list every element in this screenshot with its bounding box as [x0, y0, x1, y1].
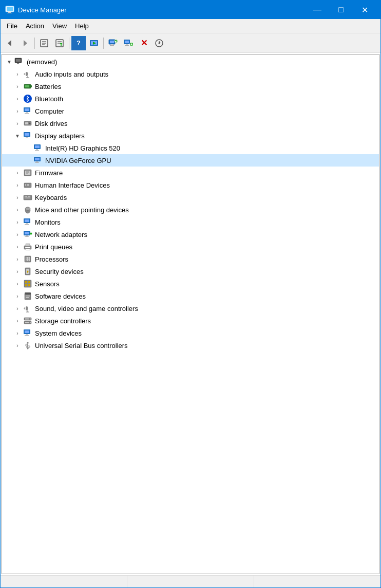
tree-processors[interactable]: › Processors [2, 253, 379, 265]
tree-firmware[interactable]: › Firmware [2, 167, 379, 179]
print-arrow[interactable]: › [12, 242, 23, 252]
network-arrow[interactable]: › [12, 229, 23, 240]
batteries-arrow[interactable]: › [12, 81, 23, 91]
audio-arrow[interactable]: › [12, 69, 23, 79]
menu-view[interactable]: View [48, 21, 71, 31]
svg-rect-114 [28, 281, 30, 283]
tree-print[interactable]: › Print queues [2, 241, 379, 253]
svg-rect-118 [25, 292, 31, 295]
svg-rect-85 [29, 198, 30, 198]
bluetooth-arrow[interactable]: › [12, 94, 23, 104]
sound-label: Sound, video and game controllers [35, 305, 138, 313]
tree-audio[interactable]: › Audio inputs and outputs [2, 68, 379, 80]
svg-rect-57 [25, 138, 29, 138]
security-icon [23, 266, 33, 277]
svg-rect-106 [26, 260, 27, 261]
processors-arrow[interactable]: › [12, 254, 23, 264]
tree-computer[interactable]: › Computer [2, 105, 379, 117]
tree-batteries[interactable]: › Batteries [2, 80, 379, 93]
svg-rect-36 [16, 59, 21, 62]
svg-rect-2 [8, 12, 11, 13]
tree-monitors[interactable]: › Monitors [2, 216, 379, 228]
remove-device-button[interactable]: ✕ [137, 36, 151, 50]
scan-changes-button[interactable] [152, 36, 166, 50]
tree-mice[interactable]: › Mice and other pointing devices [2, 204, 379, 216]
tree-nvidia[interactable]: › NVIDIA GeForce GPU [2, 154, 379, 167]
svg-rect-59 [35, 145, 40, 148]
tree-usb[interactable]: › Universal Serial Bus controllers [2, 339, 379, 352]
run-button[interactable] [87, 36, 101, 50]
help-button[interactable]: ? [71, 36, 86, 50]
tree-hid[interactable]: › Human Interface Devices [2, 179, 379, 191]
tree-sound[interactable]: › Sound, video and game controllers [2, 302, 379, 315]
software-icon [23, 291, 33, 301]
title-bar: Device Manager — □ ✕ [1, 1, 380, 19]
security-arrow[interactable]: › [12, 266, 23, 277]
svg-marker-5 [24, 40, 27, 46]
tree-storage[interactable]: › Storage controllers [2, 315, 379, 327]
menu-help[interactable]: Help [71, 21, 93, 31]
software-arrow[interactable]: › [12, 291, 23, 301]
tree-intel[interactable]: › Intel(R) HD Graphics 520 [2, 142, 379, 154]
maximize-button[interactable]: □ [329, 1, 353, 19]
svg-rect-128 [25, 319, 29, 320]
svg-rect-39 [26, 72, 28, 76]
bluetooth-label: Bluetooth [35, 95, 63, 103]
firmware-arrow[interactable]: › [12, 168, 23, 178]
tree-display[interactable]: ▼ Display adapters [2, 130, 379, 142]
system-arrow[interactable]: › [12, 328, 23, 338]
tree-system[interactable]: › System devices [2, 327, 379, 339]
display-arrow[interactable]: ▼ [12, 131, 23, 141]
scan-button[interactable] [106, 36, 120, 50]
keyboards-arrow[interactable]: › [12, 192, 23, 203]
toolbar: ? [1, 33, 380, 53]
storage-arrow[interactable]: › [12, 316, 23, 326]
monitors-icon [23, 217, 33, 227]
svg-rect-92 [25, 224, 29, 225]
svg-rect-44 [25, 85, 29, 87]
svg-point-34 [159, 42, 160, 44]
print-label: Print queues [35, 243, 72, 251]
svg-rect-84 [26, 198, 29, 198]
tree-keyboards[interactable]: › Keyboards [2, 191, 379, 204]
disk-arrow[interactable]: › [12, 118, 23, 128]
add-device-button[interactable] [121, 36, 136, 50]
forward-button[interactable] [18, 36, 32, 50]
toolbar-separator-1 [34, 38, 35, 49]
mice-arrow[interactable]: › [12, 205, 23, 215]
usb-arrow[interactable]: › [12, 340, 23, 351]
update-driver-button[interactable] [52, 36, 67, 50]
hid-arrow[interactable]: › [12, 180, 23, 190]
disk-label: Disk drives [35, 120, 68, 127]
computer-arrow[interactable]: › [12, 106, 23, 116]
menu-file[interactable]: File [3, 21, 22, 31]
svg-rect-100 [25, 247, 30, 248]
sensors-arrow[interactable]: › [12, 279, 23, 289]
svg-rect-27 [125, 45, 129, 46]
close-button[interactable]: ✕ [353, 1, 376, 19]
device-tree[interactable]: ▼ (removed) › [2, 54, 379, 574]
tree-sensors[interactable]: › Sensors [2, 278, 379, 290]
svg-rect-111 [27, 271, 28, 273]
security-label: Security devices [35, 268, 84, 275]
svg-rect-105 [28, 258, 29, 259]
sound-arrow[interactable]: › [12, 303, 23, 314]
svg-marker-4 [8, 40, 11, 46]
content-area: ▼ (removed) › [1, 53, 380, 575]
properties-button[interactable] [37, 36, 51, 50]
tree-software[interactable]: › Software devices [2, 290, 379, 302]
svg-rect-97 [30, 233, 32, 234]
sensors-icon [23, 279, 33, 289]
tree-root[interactable]: ▼ (removed) [2, 56, 379, 68]
svg-rect-113 [25, 281, 27, 283]
monitors-arrow[interactable]: › [12, 217, 23, 227]
tree-network[interactable]: › Network adapters [2, 228, 379, 241]
menu-action[interactable]: Action [22, 21, 48, 31]
minimize-button[interactable]: — [306, 1, 329, 19]
tree-bluetooth[interactable]: › ᛒ Bluetooth [2, 93, 379, 105]
svg-rect-61 [35, 150, 39, 151]
back-button[interactable] [3, 36, 17, 50]
tree-security[interactable]: › Security devices [2, 265, 379, 278]
tree-disk[interactable]: › Disk drives [2, 117, 379, 130]
root-arrow[interactable]: ▼ [4, 57, 14, 67]
